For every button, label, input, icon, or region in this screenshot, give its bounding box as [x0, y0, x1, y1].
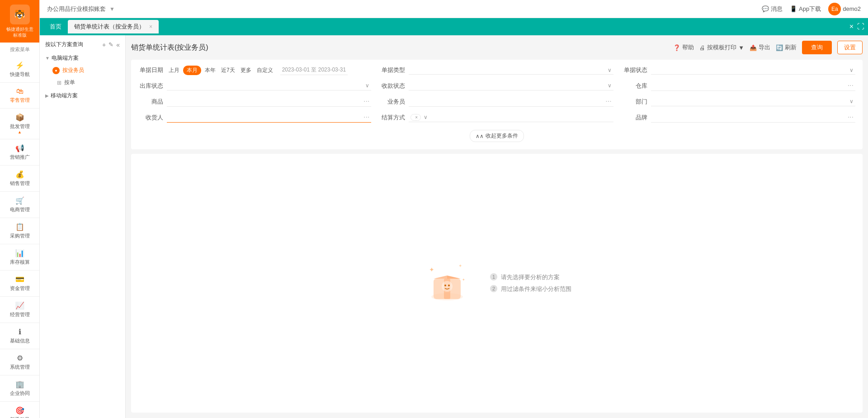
edit-plan-icon[interactable]: ✎: [108, 41, 113, 48]
sales-rep-input[interactable]: [410, 98, 604, 105]
bill-type-dropdown-icon[interactable]: ∨: [608, 67, 612, 73]
date-btn-this-month[interactable]: 本月: [183, 66, 201, 75]
tab-home[interactable]: 首页: [43, 20, 68, 33]
sidebar-item-sales[interactable]: 💰 销售管理: [0, 166, 39, 192]
brand-more-icon[interactable]: ···: [848, 113, 854, 121]
collapse-panel-icon[interactable]: «: [116, 41, 120, 48]
user-profile[interactable]: Ea demo2: [828, 3, 861, 15]
print-btn[interactable]: 🖨 按模板打印 ▼: [699, 43, 744, 52]
help-icon: ❓: [673, 44, 680, 51]
sales-rep-more-icon[interactable]: ···: [605, 97, 611, 105]
minimize-window-icon[interactable]: ×: [849, 23, 854, 31]
help-label: 帮助: [682, 43, 694, 52]
receiver-more-icon[interactable]: ···: [363, 113, 369, 121]
warehouse-input[interactable]: [653, 82, 846, 89]
home-tab-label: 首页: [50, 23, 61, 31]
bill-status-input-wrap: ∨: [651, 66, 855, 75]
plan-item-sales-rep[interactable]: ● 按业务员: [40, 64, 125, 76]
sidebar-item-ecommerce[interactable]: 🛒 电商管理: [0, 192, 39, 218]
sidebar-shortcut[interactable]: ⚡ 快捷导航: [0, 57, 39, 83]
query-button[interactable]: 查询: [802, 41, 832, 54]
message-btn[interactable]: 💬 消息: [762, 5, 783, 13]
out-status-dropdown-icon[interactable]: ∨: [365, 82, 369, 89]
goods-input[interactable]: [169, 98, 362, 105]
settings-button[interactable]: 设置: [837, 41, 863, 54]
ecommerce-label: 电商管理: [10, 206, 30, 213]
payment-status-input[interactable]: [410, 82, 605, 89]
shortcut-icon: ⚡: [15, 61, 24, 70]
date-btn-last-month[interactable]: 上月: [167, 66, 181, 75]
sidebar-item-newbie[interactable]: 🎯 新手引导: [0, 402, 39, 418]
sidebar-item-retail[interactable]: 🛍 零售管理: [0, 83, 39, 109]
add-plan-icon[interactable]: +: [102, 41, 106, 48]
export-btn[interactable]: 📤 导出: [750, 43, 770, 52]
sales-rep-plan-icon: ●: [52, 67, 60, 74]
header-left: 办公用品行业模拟账套 ▼: [47, 5, 115, 13]
svg-text:✦: ✦: [458, 263, 462, 268]
active-tab-label: 销货单统计表（按业务员）: [74, 23, 145, 31]
warehouse-more-icon[interactable]: ···: [848, 81, 854, 90]
app-download-btn[interactable]: 📱 App下载: [790, 5, 821, 13]
refresh-btn[interactable]: 🔄 刷新: [776, 43, 797, 52]
sidebar-item-finance[interactable]: 💳 资金管理: [0, 271, 39, 297]
help-btn[interactable]: ❓ 帮助: [673, 43, 694, 52]
plan-group-desktop-title[interactable]: ▼ 电脑端方案: [40, 52, 125, 64]
tab-sales-stats[interactable]: 销货单统计表（按业务员） ×: [68, 20, 159, 33]
sidebar-item-system[interactable]: ⚙ 系统管理: [0, 349, 39, 375]
bill-type-input[interactable]: [410, 66, 605, 73]
svg-point-6: [442, 281, 453, 292]
finance-label: 资金管理: [10, 285, 30, 292]
date-btn-7days[interactable]: 近7天: [219, 66, 237, 75]
filter-row-4: 收货人 ··· 结算方式 ×: [138, 112, 855, 123]
receiver-input[interactable]: [169, 114, 362, 121]
by-order-label: 按单: [64, 79, 75, 86]
newbie-icon: 🎯: [15, 406, 24, 415]
bill-status-label: 单据状态: [623, 66, 647, 74]
sidebar-item-marketing[interactable]: 📢 营销推广: [0, 139, 39, 166]
left-panel: 按以下方案查询 + ✎ « ▼ 电脑端方案 ● 按业务员 ⊞ 按单: [40, 35, 126, 418]
sidebar-item-operations[interactable]: 📈 经营管理: [0, 297, 39, 323]
tip-1-num: 1: [490, 273, 497, 280]
plan-subitem-by-order[interactable]: ⊞ 按单: [40, 76, 125, 89]
date-range[interactable]: 2023-03-01 至 2023-03-31: [280, 65, 348, 75]
top-header: 办公用品行业模拟账套 ▼ 💬 消息 📱 App下载 Ea demo2: [40, 0, 868, 18]
warehouse-label: 仓库: [623, 82, 647, 90]
brand-input[interactable]: [653, 114, 846, 121]
payment-method-filter: 结算方式 × ∨: [380, 113, 613, 122]
date-btn-this-year[interactable]: 本年: [203, 66, 217, 75]
out-status-input[interactable]: [169, 82, 363, 89]
goods-more-icon[interactable]: ···: [363, 97, 369, 105]
sidebar-item-enterprise[interactable]: 🏢 企业协同: [0, 375, 39, 402]
dept-dropdown-icon[interactable]: ∨: [849, 98, 854, 104]
account-dropdown-icon[interactable]: ▼: [109, 6, 115, 12]
marketing-icon: 📢: [15, 144, 24, 152]
dept-input[interactable]: [653, 98, 848, 105]
date-buttons: 上月 本月 本年 近7天 更多 自定义 2023-03-01 至 2023-03…: [167, 65, 348, 75]
sidebar-item-purchase[interactable]: 📋 采购管理: [0, 218, 39, 244]
filter-row-3: 商品 ··· 业务员 ···: [138, 96, 855, 107]
maximize-window-icon[interactable]: ⛶: [857, 23, 864, 31]
plan-group-desktop: ▼ 电脑端方案 ● 按业务员 ⊞ 按单: [40, 52, 125, 89]
date-btn-custom[interactable]: 自定义: [255, 66, 275, 75]
sales-rep-input-wrap: ···: [409, 96, 613, 107]
bill-status-input[interactable]: [653, 66, 848, 73]
date-btn-more[interactable]: 更多: [239, 66, 253, 75]
app-logo: 🐯 畅捷通好生意 标准版: [0, 0, 39, 43]
sidebar-item-wholesale[interactable]: 📦 批发管理 ▲: [0, 109, 39, 139]
payment-status-dropdown-icon[interactable]: ∨: [608, 82, 612, 89]
collapse-button[interactable]: ∧∧ 收起更多条件: [470, 130, 524, 142]
user-name: demo2: [843, 5, 861, 12]
bill-status-dropdown-icon[interactable]: ∨: [849, 67, 854, 73]
sidebar-item-inventory[interactable]: 📊 库存核算: [0, 244, 39, 271]
payment-method-dropdown-icon[interactable]: ∨: [424, 114, 428, 120]
search-menu[interactable]: 搜索菜单: [0, 43, 39, 57]
app-download-label: App下载: [799, 5, 821, 13]
plan-group-mobile-title[interactable]: ▶ 移动端方案: [40, 90, 125, 102]
empty-tips: 1 请先选择要分析的方案 2 用过滤条件来缩小分析范围: [490, 273, 571, 293]
message-label: 消息: [771, 5, 783, 13]
tab-close-icon[interactable]: ×: [149, 24, 152, 30]
dept-input-wrap: ∨: [651, 97, 855, 106]
tip-2-text: 用过滤条件来缩小分析范围: [501, 285, 571, 293]
sidebar-item-basic[interactable]: ℹ 基础信息: [0, 323, 39, 349]
payment-method-clear-icon[interactable]: ×: [415, 115, 418, 120]
